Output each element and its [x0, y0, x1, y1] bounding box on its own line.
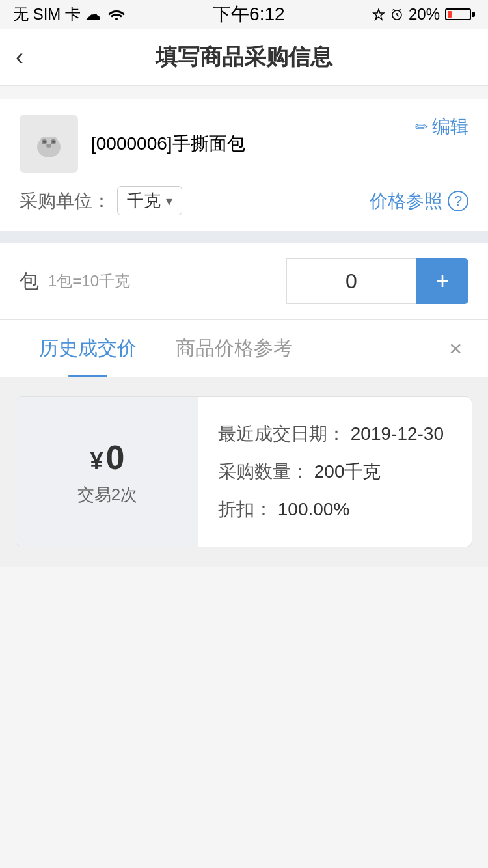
battery-percentage: 20% — [409, 5, 440, 23]
purchase-qty-label: 采购数量： — [218, 461, 309, 481]
tab-product-price[interactable]: 商品价格参考 — [156, 320, 312, 377]
wifi-icon — [107, 8, 126, 21]
quantity-plus-button[interactable]: + — [416, 258, 468, 304]
recent-date-label: 最近成交日期： — [218, 424, 346, 444]
unit-label-text: 采购单位： — [20, 189, 111, 213]
price-value: 0 — [106, 438, 125, 477]
transaction-card: ¥ 0 交易2次 最近成交日期： 2019-12-30 采购数量： 200千克 … — [16, 396, 472, 547]
edit-icon: ✏ — [415, 118, 428, 136]
unit-label: 采购单位： 千克 ▾ — [20, 186, 182, 215]
product-name: [0000006]手撕面包 — [91, 131, 245, 156]
purchase-qty-value: 200千克 — [314, 461, 381, 481]
quantity-controls: + — [286, 258, 468, 304]
tab-history-label: 历史成交价 — [39, 335, 137, 362]
discount-row: 折扣： 100.00% — [218, 496, 452, 523]
card-left: ¥ 0 交易2次 — [16, 397, 198, 547]
status-time: 下午6:12 — [213, 2, 285, 27]
svg-point-12 — [52, 141, 55, 143]
svg-line-3 — [397, 15, 399, 16]
product-left: [0000006]手撕面包 — [20, 115, 245, 173]
recent-date-value: 2019-12-30 — [351, 424, 444, 444]
bag-conversion-label: 1包=10千克 — [48, 271, 130, 292]
quantity-left: 包 1包=10千克 — [20, 268, 130, 295]
price-ref-label: 价格参照 — [370, 189, 442, 213]
status-bar: 无 SIM 卡 ☁ 下午6:12 20% — [0, 0, 488, 29]
edit-label: 编辑 — [432, 115, 468, 139]
product-title: 手撕面包 — [172, 133, 245, 154]
tabs-left: 历史成交价 商品价格参考 — [20, 320, 312, 377]
product-logo-icon — [29, 124, 68, 163]
card-price: ¥ 0 — [90, 438, 125, 477]
edit-button[interactable]: ✏ 编辑 — [415, 115, 468, 139]
alarm-icon — [390, 8, 403, 21]
price-symbol: ¥ — [90, 448, 103, 475]
unit-value: 千克 — [127, 189, 161, 212]
nav-bar: ‹ 填写商品采购信息 — [0, 29, 488, 86]
product-header: [0000006]手撕面包 ✏ 编辑 — [20, 115, 468, 173]
page-title: 填写商品采购信息 — [156, 42, 332, 72]
sim-label: 无 SIM 卡 ☁ — [13, 4, 101, 25]
purchase-qty-row: 采购数量： 200千克 — [218, 458, 452, 485]
status-right: 20% — [372, 5, 475, 23]
trade-count: 交易2次 — [77, 483, 137, 506]
discount-value: 100.00% — [278, 499, 350, 519]
svg-point-0 — [115, 18, 118, 20]
unit-select[interactable]: 千克 ▾ — [117, 186, 182, 215]
tab-history-price[interactable]: 历史成交价 — [20, 320, 156, 377]
tab-product-label: 商品价格参考 — [176, 335, 293, 362]
quantity-input-wrapper — [286, 258, 416, 304]
svg-line-4 — [392, 9, 394, 10]
svg-point-11 — [43, 141, 46, 143]
tab-active-indicator — [68, 375, 107, 377]
price-ref-button[interactable]: 价格参照 ? — [370, 189, 468, 213]
tabs-close-button[interactable]: × — [442, 329, 468, 368]
recent-date-row: 最近成交日期： 2019-12-30 — [218, 420, 452, 448]
svg-line-5 — [400, 9, 401, 10]
quantity-section: 包 1包=10千克 + — [0, 243, 488, 319]
status-left: 无 SIM 卡 ☁ — [13, 4, 126, 25]
location-icon — [372, 8, 385, 21]
bag-unit-icon: 包 — [20, 268, 39, 295]
back-button[interactable]: ‹ — [16, 44, 23, 71]
section-divider — [0, 231, 488, 243]
tabs-section: 历史成交价 商品价格参考 × — [0, 319, 488, 377]
price-ref-help-icon: ? — [448, 191, 468, 211]
product-unit-row: 采购单位： 千克 ▾ 价格参照 ? — [20, 186, 468, 215]
dropdown-arrow-icon: ▾ — [166, 193, 172, 209]
battery-icon — [445, 8, 475, 20]
product-section: [0000006]手撕面包 ✏ 编辑 采购单位： 千克 ▾ 价格参照 ? — [0, 99, 488, 231]
content-area: ¥ 0 交易2次 最近成交日期： 2019-12-30 采购数量： 200千克 … — [0, 377, 488, 567]
svg-point-13 — [46, 144, 51, 148]
discount-label: 折扣： — [218, 499, 273, 519]
product-code: [0000006] — [91, 133, 172, 154]
card-right: 最近成交日期： 2019-12-30 采购数量： 200千克 折扣： 100.0… — [198, 397, 472, 547]
product-image — [20, 115, 78, 173]
quantity-input[interactable] — [287, 269, 416, 293]
